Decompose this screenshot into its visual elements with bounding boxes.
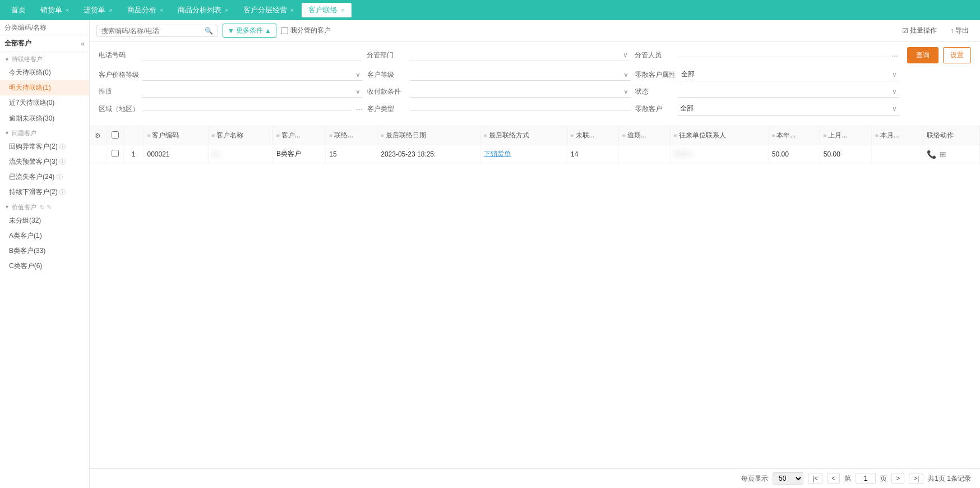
retail-attr-select[interactable]: 全部 ∨	[679, 68, 899, 81]
filter-cell-retail-attr: 零散客户属性 全部 ∨	[635, 68, 899, 81]
sidebar-item-7day-contact[interactable]: 近7天待联络(0)	[0, 95, 89, 111]
sidebar-item-overdue-contact[interactable]: 逾期未联络(30)	[0, 111, 89, 126]
grid-action-icon[interactable]: ⊞	[940, 150, 946, 159]
dept-select[interactable]: ∨	[409, 49, 630, 61]
nav-product-analysis-list[interactable]: 商品分析列表×	[171, 3, 235, 17]
th-last-month[interactable]: 上月...	[820, 126, 871, 145]
retail-customer-select[interactable]: 全部 ∨	[678, 102, 899, 116]
export-button[interactable]: ↑ 导出	[946, 24, 973, 37]
close-icon[interactable]: ×	[290, 7, 294, 13]
th-overdue[interactable]: 逾期...	[619, 126, 671, 145]
row-select-checkbox[interactable]	[112, 150, 119, 157]
sidebar-search-bar[interactable]: 🔍	[0, 20, 89, 35]
sidebar-item-a-class[interactable]: A类客户(1)	[0, 228, 89, 243]
th-last-contact-method[interactable]: 最后联络方式	[480, 126, 567, 145]
th-checkbox[interactable]	[107, 126, 123, 145]
person-select[interactable]	[677, 53, 887, 57]
page-input[interactable]	[856, 473, 876, 484]
nav-sales-order[interactable]: 销货单×	[34, 3, 76, 17]
my-customer-checkbox[interactable]	[281, 27, 288, 34]
filter-row-1: 电话号码 分管部门 ∨ 分管人员 ··· 查询	[99, 47, 971, 63]
row-contacts: 15	[326, 145, 377, 163]
row-no-contact: 14	[567, 145, 618, 163]
pending-group-label: 待联络客户	[0, 52, 89, 65]
customer-level-label: 客户等级	[367, 70, 406, 80]
sidebar-item-today-contact[interactable]: 今天待联络(0)	[0, 65, 89, 80]
search-box[interactable]: 🔍	[96, 25, 218, 37]
main-layout: 🔍 全部客户 « 待联络客户 今天待联络(0) 明天待联络(1) 近7天待联络(…	[0, 20, 980, 488]
per-page-select[interactable]: 50 100 200	[773, 472, 803, 485]
th-this-year[interactable]: 本年...	[768, 126, 820, 145]
nav-customer-contact[interactable]: 客户联络×	[302, 3, 351, 17]
more-dots-icon[interactable]: ···	[356, 104, 363, 113]
status-label: 状态	[635, 87, 674, 96]
customer-type-select[interactable]	[410, 107, 631, 111]
query-button[interactable]: 查询	[907, 47, 939, 63]
main-search-input[interactable]	[101, 27, 202, 35]
sidebar-item-ungrouped[interactable]: 未分组(32)	[0, 213, 89, 228]
th-no-contact[interactable]: 未联...	[567, 126, 618, 145]
sidebar-item-b-class[interactable]: B类客户(33)	[0, 243, 89, 259]
sidebar-item-repurchase-abnormal[interactable]: 回购异常客户(2) ⓘ	[0, 139, 89, 154]
status-select[interactable]: ∨	[678, 86, 899, 98]
collapse-icon[interactable]: «	[81, 40, 85, 48]
th-contact-person[interactable]: 往来单位联系人	[671, 126, 769, 145]
th-last-contact-date[interactable]: 最后联络日期	[377, 126, 480, 145]
th-customer-code[interactable]: 客户编码	[144, 126, 208, 145]
phone-action-icon[interactable]: 📞	[927, 150, 936, 159]
filter-cell-payment: 收付款条件 ∨	[367, 86, 631, 98]
last-contact-method-link[interactable]: 下销货单	[484, 150, 511, 158]
close-icon[interactable]: ×	[109, 7, 112, 13]
nav-home[interactable]: 首页	[4, 3, 33, 17]
next-page-button[interactable]: >	[891, 473, 904, 484]
filter-cell-price-level: 客户价格等级 ∨	[99, 69, 363, 81]
row-last-month: 50.00	[820, 145, 871, 163]
settings-button[interactable]: 设置	[943, 47, 971, 63]
filter-cell-phone: 电话号码	[99, 49, 362, 61]
th-customer-name[interactable]: 客户名称	[208, 126, 272, 145]
price-level-select[interactable]: ∨	[142, 69, 363, 81]
area-select[interactable]	[142, 107, 352, 111]
prev-page-button[interactable]: <	[827, 473, 840, 484]
close-icon[interactable]: ×	[66, 7, 69, 13]
first-page-button[interactable]: |<	[808, 473, 822, 484]
filter-row-4: 区域（地区） ··· 客户类型 零散客户 全部 ∨	[99, 102, 971, 116]
th-contacts[interactable]: 联络...	[326, 126, 377, 145]
checkbox-icon: ☑	[902, 27, 908, 35]
sidebar-item-churned[interactable]: 已流失客户(24) ⓘ	[0, 169, 89, 185]
more-filter-button[interactable]: ▼ 更多条件 ▲	[223, 24, 276, 38]
sidebar-search-input[interactable]	[4, 24, 89, 31]
more-dots-icon[interactable]: ···	[891, 51, 898, 60]
export-icon: ↑	[950, 27, 954, 35]
nature-select[interactable]: ∨	[141, 86, 363, 98]
select-all-checkbox[interactable]	[112, 131, 119, 139]
chevron-up-icon: ▲	[265, 27, 271, 35]
last-page-button[interactable]: >|	[909, 473, 923, 484]
row-last-contact-method[interactable]: 下销货单	[480, 145, 567, 163]
filter-bar: 🔍 ▼ 更多条件 ▲ 我分管的客户 ☑ 批量操作 ↑ 导出	[90, 20, 980, 42]
nav-customer-segmentation[interactable]: 客户分层经营×	[237, 3, 301, 17]
my-customer-checkbox-group[interactable]: 我分管的客户	[281, 26, 331, 35]
row-no: 1	[123, 145, 144, 163]
batch-operation-button[interactable]: ☑ 批量操作	[898, 24, 941, 37]
payment-select[interactable]: ∨	[410, 86, 631, 98]
th-this-month[interactable]: 本月...	[871, 126, 923, 145]
th-category[interactable]: 客户...	[272, 126, 325, 145]
th-settings[interactable]: ⚙	[90, 126, 107, 145]
sidebar-item-c-class[interactable]: C类客户(6)	[0, 259, 89, 274]
customer-level-select[interactable]: ∨	[410, 69, 631, 81]
nav-purchase-order[interactable]: 进货单×	[77, 3, 119, 17]
sidebar-item-tomorrow-contact[interactable]: 明天待联络(1)	[0, 80, 89, 95]
nav-product-analysis[interactable]: 商品分析×	[121, 3, 170, 17]
close-icon[interactable]: ×	[341, 7, 344, 13]
all-customers-header[interactable]: 全部客户 «	[0, 35, 89, 52]
sidebar-item-churn-warning[interactable]: 流失预警客户(3) ⓘ	[0, 154, 89, 169]
close-icon[interactable]: ×	[160, 7, 163, 13]
data-table-container: ⚙ 客户编码 客户名称 客户... 联络... 最后联络日期 最后联络方式 未联…	[90, 126, 980, 468]
sidebar-item-declining[interactable]: 持续下滑客户(2) ⓘ	[0, 185, 89, 200]
phone-input[interactable]	[141, 49, 362, 61]
row-checkbox[interactable]	[107, 145, 123, 163]
filter-row-2: 客户价格等级 ∨ 客户等级 ∨ 零散客户属性 全部 ∨	[99, 68, 971, 81]
my-customer-label: 我分管的客户	[290, 26, 331, 35]
close-icon[interactable]: ×	[225, 7, 228, 13]
